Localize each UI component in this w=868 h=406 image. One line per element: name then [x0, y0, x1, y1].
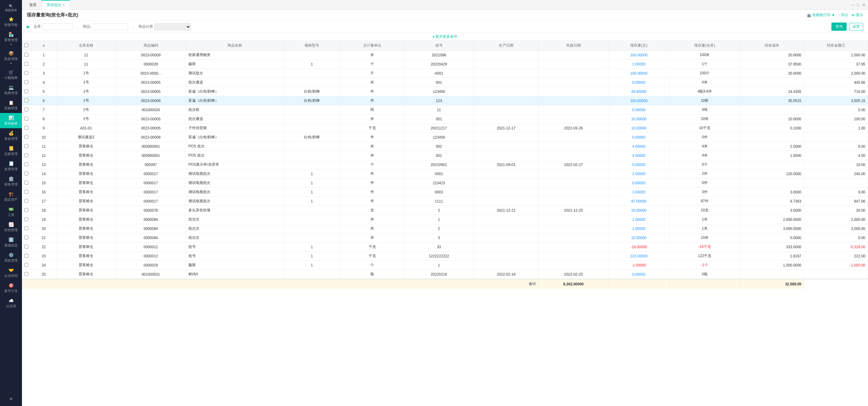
qty-link[interactable]: -16.00000	[630, 245, 647, 249]
table-cell[interactable]	[22, 206, 31, 215]
table-cell[interactable]	[22, 178, 31, 188]
settings-button[interactable]: 设置	[849, 23, 863, 30]
sidebar-item-collab[interactable]: 🤝 企业协同	[0, 265, 22, 280]
row-qty-main[interactable]: 100.00000	[608, 96, 670, 105]
expand-conditions-btn[interactable]: ▾ 展开更多条件	[433, 34, 457, 39]
search-button[interactable]: 查询	[831, 23, 847, 31]
row-qty-main[interactable]: 1.00000	[608, 224, 670, 233]
qty-link[interactable]: 100.00000	[630, 99, 648, 103]
row-checkbox[interactable]	[24, 71, 28, 75]
qty-link[interactable]: 10.00000	[631, 208, 646, 212]
qty-link[interactable]: 3.00000	[632, 190, 645, 194]
row-qty-main[interactable]: -16.00000	[608, 242, 670, 251]
row-qty-main[interactable]: -1.00000	[608, 261, 670, 270]
row-qty-main[interactable]: 3.00000	[608, 188, 670, 197]
row-checkbox[interactable]	[24, 153, 28, 157]
table-cell[interactable]	[22, 233, 31, 242]
qty-link[interactable]: 122.00000	[630, 254, 648, 258]
row-qty-main[interactable]: 0.00000	[608, 270, 670, 279]
row-qty-main[interactable]: 0.00000	[608, 160, 670, 169]
row-checkbox[interactable]	[24, 89, 28, 93]
close-btn[interactable]: ✕	[862, 2, 866, 7]
row-checkbox[interactable]	[24, 235, 28, 239]
show-btn[interactable]: 👁 显示	[851, 12, 863, 18]
table-cell[interactable]	[22, 69, 31, 78]
sidebar-item-guide[interactable]: 🎯 新手引导	[0, 280, 22, 296]
row-checkbox[interactable]	[24, 226, 28, 230]
tab-inventory-batch[interactable]: 库存批次 ✕	[41, 0, 70, 10]
sidebar-settings-btn[interactable]: ⚙	[9, 395, 13, 404]
table-cell[interactable]	[22, 188, 31, 197]
row-checkbox[interactable]	[24, 272, 28, 276]
row-qty-main[interactable]: 10.00000	[608, 206, 670, 215]
table-cell[interactable]	[22, 151, 31, 160]
row-checkbox[interactable]	[24, 190, 28, 194]
qty-link[interactable]: 87.00000	[631, 199, 646, 203]
row-qty-main[interactable]: 0.00000	[608, 133, 670, 142]
sidebar-item-wholesale[interactable]: 📦 批发管理 ▼	[0, 48, 22, 67]
row-qty-main[interactable]: 122.00000	[608, 251, 670, 261]
row-qty-main[interactable]: 49.60000	[608, 87, 670, 96]
table-cell[interactable]	[22, 224, 31, 233]
table-cell[interactable]	[22, 50, 31, 60]
row-checkbox[interactable]	[24, 144, 28, 148]
qty-link[interactable]: 0.00000	[632, 272, 645, 276]
row-checkbox[interactable]	[24, 254, 28, 258]
table-cell[interactable]	[22, 78, 31, 87]
sidebar-search-menu[interactable]: 🔍 搜索菜单	[0, 2, 22, 14]
warehouse-filter-input[interactable]	[42, 24, 72, 30]
qty-link[interactable]: 100.00000	[630, 53, 648, 57]
row-qty-main[interactable]: 100.00000	[608, 50, 670, 60]
table-cell[interactable]	[22, 215, 31, 224]
sidebar-item-small-ecom[interactable]: 🛒 小额电商	[0, 67, 22, 82]
sidebar-item-invoice[interactable]: 🧾 发票管理	[0, 159, 22, 174]
row-checkbox[interactable]	[24, 53, 28, 57]
row-checkbox[interactable]	[24, 117, 28, 121]
qty-link[interactable]: 0.00000	[632, 108, 645, 112]
table-cell[interactable]	[22, 270, 31, 279]
qty-link[interactable]: -1.00000	[632, 263, 646, 267]
row-qty-main[interactable]: 0.00000	[608, 78, 670, 87]
qty-link[interactable]: 1.00000	[632, 217, 645, 222]
qty-link[interactable]: 10.00000	[631, 236, 646, 240]
sidebar-item-purchase[interactable]: 📋 采购管理	[0, 98, 22, 113]
row-checkbox[interactable]	[24, 181, 28, 184]
table-cell[interactable]	[22, 261, 31, 270]
row-checkbox[interactable]	[24, 171, 28, 175]
sidebar-item-basic[interactable]: ℹ️ 基础信息	[0, 235, 22, 250]
row-qty-main[interactable]: 2.00000	[608, 169, 670, 178]
row-qty-main[interactable]: 1.00000	[608, 215, 670, 224]
row-qty-main[interactable]: 10.00000	[608, 233, 670, 242]
sidebar-item-cloud[interactable]: ☁️ 云应用	[0, 296, 22, 311]
select-all-checkbox[interactable]	[24, 43, 28, 47]
sidebar-item-assets[interactable]: 🏗️ 固定资产	[0, 189, 22, 204]
qty-link[interactable]: 0.00000	[632, 163, 645, 167]
row-qty-main[interactable]: 10.00000	[608, 124, 670, 133]
table-cell[interactable]	[22, 105, 31, 114]
row-checkbox[interactable]	[24, 217, 28, 221]
qty-link[interactable]: 1.00000	[632, 227, 645, 231]
qty-link[interactable]: 10.00000	[631, 126, 646, 130]
tab-close-btn[interactable]: ✕	[62, 3, 65, 7]
row-checkbox[interactable]	[24, 135, 28, 139]
row-checkbox[interactable]	[24, 126, 28, 130]
maximize-btn[interactable]: □	[857, 2, 860, 7]
table-cell[interactable]	[22, 242, 31, 251]
row-checkbox[interactable]	[24, 263, 28, 267]
qty-link[interactable]: 4.00000	[632, 154, 645, 158]
qty-link[interactable]: 2.00000	[632, 172, 645, 176]
sidebar-item-ops[interactable]: 📈 经营管理	[0, 219, 22, 235]
col-checkbox[interactable]	[22, 41, 31, 50]
sidebar-item-quick-nav[interactable]: ⭐ 快捷导航	[0, 14, 22, 30]
category-filter-select[interactable]	[154, 23, 191, 30]
row-checkbox[interactable]	[24, 107, 28, 111]
row-qty-main[interactable]: 4.00000	[608, 142, 670, 151]
sidebar-item-ledger[interactable]: 📒 总账管理	[0, 143, 22, 159]
row-checkbox[interactable]	[24, 208, 28, 212]
row-qty-main[interactable]: 1.00000	[608, 60, 670, 69]
table-cell[interactable]	[22, 133, 31, 142]
table-cell[interactable]	[22, 114, 31, 124]
sidebar-item-tax[interactable]: 🏛️ 税务管理	[0, 174, 22, 189]
row-qty-main[interactable]: 87.00000	[608, 197, 670, 206]
qty-link[interactable]: 49.60000	[631, 90, 646, 94]
